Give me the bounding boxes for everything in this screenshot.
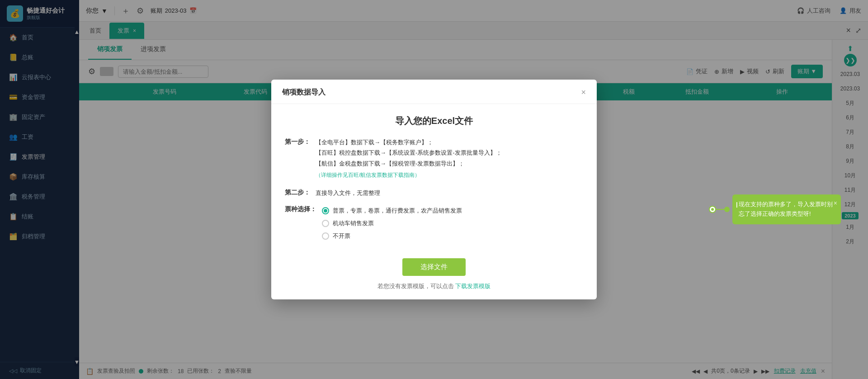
step2-text: 直接导入文件，无需整理 [316,190,380,196]
step1-line2: 【百旺】税控盘数据下载→【系统设置-系统参数设置-发票批量导入】； [316,147,502,158]
modal-overlay: 销项数据导入 × 导入您的Excel文件 第一步： 【全电平台】数据下载→【税务… [0,0,868,379]
step1-sub: （详细操作见百旺/航信发票数据下载指南） [316,171,502,180]
radio-group: 普票，专票，卷票，通行费发票，农产品销售发票 机动车销售发票 不开票 [322,207,462,240]
modal-body: 导入您的Excel文件 第一步： 【全电平台】数据下载→【税务数字账户】； 【百… [271,104,597,254]
tooltip-box: 现在支持的票种多了，导入发票时别忘了选择正确的发票类型呀! × [732,194,841,224]
radio-no-ticket-circle [322,232,329,240]
import-modal: 销项数据导入 × 导入您的Excel文件 第一步： 【全电平台】数据下载→【税务… [271,80,597,299]
template-prefix: 若您没有发票模版，可以点击 [377,283,454,289]
step2-label: 第二步： [285,188,310,197]
template-row: 若您没有发票模版，可以点击 下载发票模版 [285,282,583,290]
step2-row: 第二步： 直接导入文件，无需整理 [285,188,583,198]
modal-close-button[interactable]: × [581,88,586,96]
radio-no-ticket[interactable]: 不开票 [322,232,462,240]
template-download-link[interactable]: 下载发票模版 [455,283,491,289]
radio-general[interactable]: 普票，专票，卷票，通行费发票，农产品销售发票 [322,207,462,215]
radio-vehicle-label: 机动车销售发票 [333,219,374,227]
step1-content: 【全电平台】数据下载→【税务数字账户】； 【百旺】税控盘数据下载→【系统设置-系… [316,137,502,180]
step1-line3: 【航信】金税盘数据下载→【报税管理-发票数据导出】； [316,158,502,169]
tooltip-line [716,209,725,210]
step1-label: 第一步： [285,137,310,146]
modal-main-title: 导入您的Excel文件 [285,115,583,127]
step1-sub-suffix: ） [415,172,420,178]
select-file-button[interactable]: 选择文件 [402,258,466,276]
radio-vehicle-circle [322,220,329,227]
modal-title: 销项数据导入 [282,88,326,97]
tooltip-text: 现在支持的票种多了，导入发票时别忘了选择正确的发票类型呀! [739,201,833,217]
radio-row: 票种选择： 普票，专票，卷票，通行费发票，农产品销售发票 机动车销售发票 不开票 [285,204,583,240]
modal-header: 销项数据导入 × [271,80,597,104]
step1-sub-prefix: （详细操作见 [316,172,348,178]
radio-general-circle [322,207,329,214]
step2-content: 直接导入文件，无需整理 [316,188,380,198]
step1-row: 第一步： 【全电平台】数据下载→【税务数字账户】； 【百旺】税控盘数据下载→【系… [285,137,583,180]
guide-link[interactable]: 百旺/航信发票数据下载指南 [348,172,415,178]
radio-no-ticket-label: 不开票 [333,232,350,240]
tooltip-close-icon[interactable]: × [834,198,837,208]
modal-footer: 选择文件 若您没有发票模版，可以点击 下载发票模版 [271,254,597,299]
tooltip-end-dot [710,207,715,212]
radio-label: 票种选择： [285,204,316,213]
radio-general-label: 普票，专票，卷票，通行费发票，农产品销售发票 [333,207,462,215]
radio-vehicle[interactable]: 机动车销售发票 [322,219,462,227]
step1-line1: 【全电平台】数据下载→【税务数字账户】； [316,137,502,147]
